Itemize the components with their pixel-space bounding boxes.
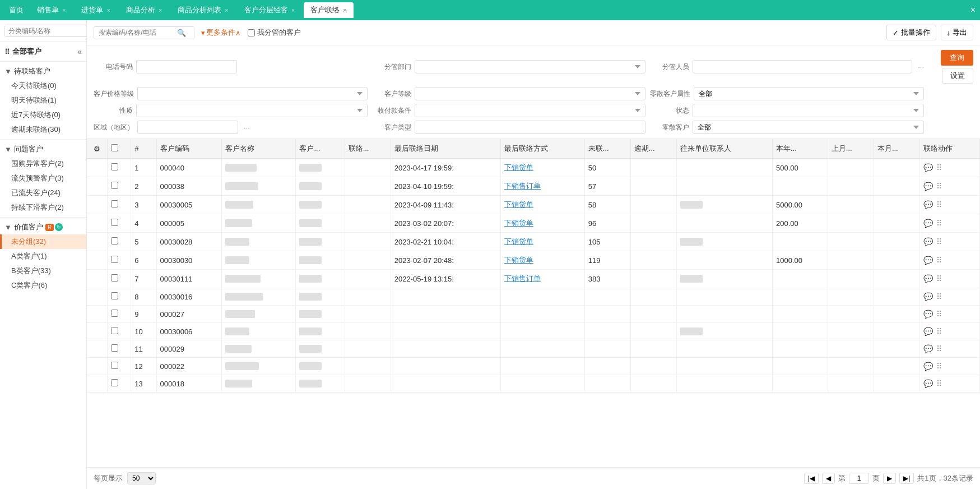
grid-action-icon[interactable]: ⠿ xyxy=(936,182,942,191)
page-input[interactable] xyxy=(849,473,869,484)
page-size-select[interactable]: 50 20 100 200 xyxy=(127,472,156,485)
chat-icon[interactable]: 💬 xyxy=(923,256,933,265)
grid-action-icon[interactable]: ⠿ xyxy=(936,379,942,388)
contact-way-link[interactable]: 下销货单 xyxy=(504,256,533,264)
tab-customer-contact[interactable]: 客户联络 × xyxy=(304,2,353,18)
row-checkbox[interactable] xyxy=(111,182,118,189)
tab-product-analysis-list[interactable]: 商品分析列表 × xyxy=(171,2,235,18)
grid-action-icon[interactable]: ⠿ xyxy=(936,219,942,228)
row-checkbox[interactable] xyxy=(111,292,118,299)
chat-icon[interactable]: 💬 xyxy=(923,163,933,172)
row-checkbox[interactable] xyxy=(111,256,118,263)
customer-level-select[interactable] xyxy=(415,87,646,100)
region-more-icon[interactable]: ··· xyxy=(244,123,250,132)
retail-attr-select[interactable]: 全部 xyxy=(694,87,924,100)
payment-select[interactable] xyxy=(415,104,646,117)
last-page-btn[interactable]: ▶| xyxy=(899,473,914,484)
customer-type-input[interactable] xyxy=(415,121,646,134)
sidebar-item-class-b[interactable]: B类客户(33) xyxy=(0,264,86,278)
chat-icon[interactable]: 💬 xyxy=(923,362,933,371)
person-more-icon[interactable]: ··· xyxy=(918,63,924,71)
filter-search-icon[interactable]: 🔍 xyxy=(177,29,186,37)
grid-action-icon[interactable]: ⠿ xyxy=(936,256,942,265)
sidebar-item-today-pending[interactable]: 今天待联络(0) xyxy=(0,79,86,93)
status-select[interactable] xyxy=(693,104,924,117)
sidebar-item-ungroup[interactable]: 未分组(32) xyxy=(0,234,86,249)
chat-icon[interactable]: 💬 xyxy=(923,274,933,283)
tab-product-analysis[interactable]: 商品分析 × xyxy=(119,2,169,18)
region-input[interactable] xyxy=(137,121,238,134)
grid-action-icon[interactable]: ⠿ xyxy=(936,237,942,246)
dept-select[interactable] xyxy=(415,60,646,73)
filter-my-customers[interactable]: 我分管的客户 xyxy=(248,27,301,38)
sidebar-item-overdue-pending[interactable]: 逾期未联络(30) xyxy=(0,122,86,137)
sidebar-collapse-btn[interactable]: « xyxy=(77,47,82,56)
row-checkbox[interactable] xyxy=(111,163,118,170)
close-product-analysis-tab[interactable]: × xyxy=(159,7,162,13)
group-problem-customers[interactable]: ▼ 问题客户 xyxy=(0,142,86,156)
contact-way-link[interactable]: 下销货单 xyxy=(504,237,533,246)
row-checkbox[interactable] xyxy=(111,219,118,226)
group-pending-contact[interactable]: ▼ 待联络客户 xyxy=(0,64,86,79)
close-purchase-tab[interactable]: × xyxy=(106,7,110,13)
sidebar-search-input[interactable] xyxy=(4,25,87,37)
grid-action-icon[interactable]: ⠿ xyxy=(936,327,942,336)
query-btn[interactable]: 查询 xyxy=(941,50,973,66)
contact-way-link[interactable]: 下销售订单 xyxy=(504,182,541,190)
close-product-analysis-list-tab[interactable]: × xyxy=(225,7,228,13)
row-checkbox[interactable] xyxy=(111,379,118,386)
contact-way-link[interactable]: 下销售订单 xyxy=(504,274,541,283)
row-checkbox[interactable] xyxy=(111,200,118,207)
close-all-tabs[interactable]: × xyxy=(970,5,976,15)
tab-purchase[interactable]: 进货单 × xyxy=(75,2,117,18)
sidebar-item-7day-pending[interactable]: 近7天待联络(0) xyxy=(0,108,86,122)
row-checkbox[interactable] xyxy=(111,327,118,334)
close-customer-contact-tab[interactable]: × xyxy=(343,7,346,13)
row-checkbox[interactable] xyxy=(111,310,118,317)
sidebar-item-churn-warning[interactable]: 流失预警客户(3) xyxy=(0,171,86,186)
contact-way-link[interactable]: 下销货单 xyxy=(504,219,533,227)
grid-action-icon[interactable]: ⠿ xyxy=(936,163,942,172)
grid-action-icon[interactable]: ⠿ xyxy=(936,200,942,209)
row-checkbox[interactable] xyxy=(111,237,118,245)
chat-icon[interactable]: 💬 xyxy=(923,379,933,388)
grid-action-icon[interactable]: ⠿ xyxy=(936,292,942,301)
next-page-btn[interactable]: ▶ xyxy=(883,473,896,484)
close-customer-segment-tab[interactable]: × xyxy=(291,7,295,13)
row-checkbox[interactable] xyxy=(111,274,118,282)
tab-customer-segment[interactable]: 客户分层经客 × xyxy=(238,2,301,18)
filter-more-btn[interactable]: ▾ 更多条件 ∧ xyxy=(201,27,241,38)
group-value-customers[interactable]: ▼ 价值客户 R ↻ xyxy=(0,220,86,234)
chat-icon[interactable]: 💬 xyxy=(923,292,933,301)
sidebar-item-declining[interactable]: 持续下滑客户(2) xyxy=(0,200,86,215)
tab-sales[interactable]: 销售单 × xyxy=(30,2,72,18)
sidebar-item-hoard-abnormal[interactable]: 囤购异常客户(2) xyxy=(0,156,86,171)
col-settings[interactable]: ⚙ xyxy=(87,139,107,159)
prev-page-btn[interactable]: ◀ xyxy=(822,473,835,484)
tab-home[interactable]: 首页 xyxy=(4,2,28,18)
grid-action-icon[interactable]: ⠿ xyxy=(936,274,942,283)
select-all-checkbox[interactable] xyxy=(111,144,118,151)
row-checkbox[interactable] xyxy=(111,344,118,352)
sidebar-item-class-c[interactable]: C类客户(6) xyxy=(0,278,86,293)
close-sales-tab[interactable]: × xyxy=(62,7,66,13)
sidebar-item-class-a[interactable]: A类客户(1) xyxy=(0,249,86,264)
price-level-select[interactable] xyxy=(137,87,368,100)
phone-input[interactable] xyxy=(136,60,237,73)
first-page-btn[interactable]: |◀ xyxy=(804,473,819,484)
chat-icon[interactable]: 💬 xyxy=(923,237,933,246)
reset-btn[interactable]: 设置 xyxy=(942,68,973,84)
sidebar-item-churned[interactable]: 已流失客户(24) xyxy=(0,186,86,200)
contact-way-link[interactable]: 下销货单 xyxy=(504,163,533,172)
retail-customer-select[interactable]: 全部 xyxy=(693,121,924,134)
refresh-icon[interactable]: ↻ xyxy=(55,223,63,231)
batch-operations-btn[interactable]: ✓ 批量操作 xyxy=(886,25,936,40)
chat-icon[interactable]: 💬 xyxy=(923,182,933,191)
chat-icon[interactable]: 💬 xyxy=(923,344,933,353)
chat-icon[interactable]: 💬 xyxy=(923,200,933,209)
chat-icon[interactable]: 💬 xyxy=(923,310,933,319)
nature-select[interactable] xyxy=(136,104,368,117)
export-btn[interactable]: ↓ 导出 xyxy=(941,25,974,40)
chat-icon[interactable]: 💬 xyxy=(923,327,933,336)
my-customers-checkbox[interactable] xyxy=(248,29,255,36)
